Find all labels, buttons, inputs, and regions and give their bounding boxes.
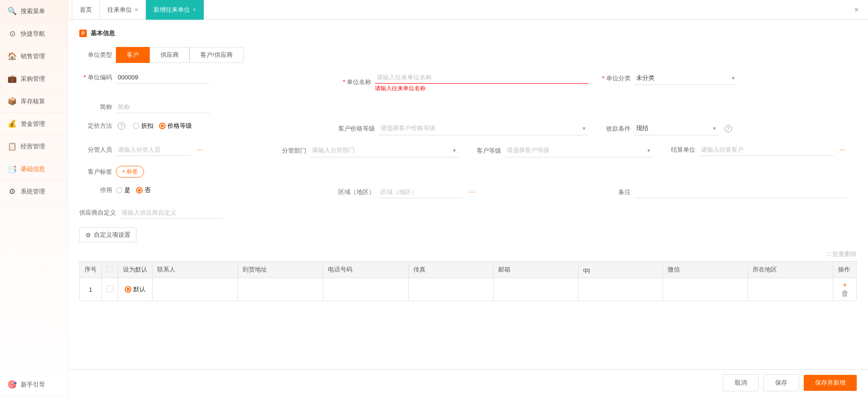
tab-new-partner-close[interactable]: × (193, 7, 196, 13)
type-btn-supplier[interactable]: 供应商 (150, 47, 190, 63)
sidebar-item-quick[interactable]: ⊙ 快捷导航 (0, 23, 68, 45)
unit-category-select[interactable]: 未分类 ▼ (634, 71, 738, 85)
col-seq: 序号 (80, 262, 102, 278)
customer-price-level-field: 客户价格等级 请选择客户价格等级 ▼ (338, 122, 597, 135)
row-qq[interactable] (578, 278, 662, 301)
unit-type-field: 单位类型 客户 供应商 客户/供应商 (79, 47, 857, 63)
remark-input[interactable] (634, 186, 847, 198)
pricing-radio-group: 折扣 价格等级 (133, 122, 192, 130)
email-input[interactable] (498, 286, 573, 293)
row-phone[interactable] (323, 278, 408, 301)
type-btn-both[interactable]: 客户/供应商 (190, 47, 244, 63)
bottom-bar: 取消 保存 保存并新增 (68, 369, 868, 396)
row-checkbox[interactable] (107, 286, 113, 292)
department-field: 分管部门 请输入分管部门 ▼ (274, 144, 468, 157)
address-input[interactable] (243, 286, 318, 293)
row-contact[interactable] (152, 278, 238, 301)
sidebar-item-basic[interactable]: 📑 基础信息 (0, 158, 68, 180)
pricing-discount-label: 折扣 (141, 122, 153, 130)
row-region[interactable] (747, 278, 833, 301)
add-tag-button[interactable]: + 标签 (116, 166, 144, 178)
batch-delete-button[interactable]: □ 批量删除 (79, 250, 857, 258)
purchase-icon: 💼 (8, 74, 17, 83)
disable-no-option[interactable]: 否 (136, 186, 151, 194)
tab-partners-close[interactable]: × (135, 7, 138, 13)
save-new-button[interactable]: 保存并新增 (804, 375, 857, 391)
qq-input[interactable] (583, 286, 658, 293)
customer-price-level-select[interactable]: 请选择客户价格等级 ▼ (379, 122, 588, 135)
pricing-level-option[interactable]: 价格等级 (159, 122, 192, 130)
sidebar-label-basic: 基础信息 (21, 165, 45, 173)
disable-no-label: 否 (145, 186, 151, 194)
manager-dots-button[interactable]: ··· (195, 146, 205, 154)
region-dots-button[interactable]: ··· (467, 188, 477, 196)
select-all-checkbox[interactable] (107, 266, 113, 272)
settlement-unit-input[interactable] (699, 144, 834, 156)
guide-icon: 🎯 (8, 380, 17, 389)
short-name-input[interactable] (116, 101, 210, 113)
remark-label: 备注 (598, 188, 631, 196)
row-fax[interactable] (409, 278, 494, 301)
phone-input[interactable] (328, 286, 404, 293)
row-address[interactable] (237, 278, 323, 301)
row-delete-button[interactable]: 🗑 (841, 289, 849, 298)
customer-level-arrow-icon: ▼ (647, 148, 651, 153)
sidebar-item-finance[interactable]: 💰 资金管理 (0, 113, 68, 135)
cancel-button[interactable]: 取消 (723, 374, 759, 391)
pricing-discount-option[interactable]: 折扣 (133, 122, 153, 130)
wechat-input[interactable] (668, 286, 743, 293)
unit-type-row: 单位类型 客户 供应商 客户/供应商 (79, 47, 857, 63)
sidebar-item-sales[interactable]: 🏠 销售管理 (0, 45, 68, 68)
col-phone: 电话号码 (323, 262, 408, 278)
sidebar-item-guide[interactable]: 🎯 新手引导 (0, 373, 68, 396)
sidebar-label-finance: 资金管理 (21, 120, 45, 128)
department-select[interactable]: 请输入分管部门 ▼ (310, 144, 458, 157)
sidebar-item-operations[interactable]: 📋 经营管理 (0, 135, 68, 158)
disable-no-radio (136, 187, 143, 194)
disable-yes-radio (116, 187, 122, 194)
chevron-down-icon3: ▼ (712, 126, 717, 131)
payment-terms-select[interactable]: 现结 ▼ (634, 122, 719, 135)
tab-home[interactable]: 首页 (72, 0, 100, 20)
disable-yes-option[interactable]: 是 (116, 186, 130, 194)
customer-tag-field: 客户标签 + 标签 (79, 166, 857, 178)
supplier-custom-label: 供应商自定义 (79, 209, 116, 217)
global-close-button[interactable]: × (849, 6, 864, 14)
region-input[interactable] (379, 186, 463, 198)
save-button[interactable]: 保存 (763, 374, 799, 391)
department-arrow-icon: ▼ (452, 148, 457, 153)
sidebar-item-system[interactable]: ⚙ 系统管理 (0, 180, 68, 203)
payment-terms-help-icon[interactable]: ? (724, 125, 732, 132)
custom-settings-button[interactable]: ⚙ 自定义项设置 (79, 227, 137, 242)
gear-icon: ⚙ (85, 232, 91, 239)
supplier-custom-input[interactable] (120, 207, 223, 219)
pricing-level-radio (159, 123, 166, 129)
col-wechat: 微信 (663, 262, 748, 278)
region-table-input[interactable] (753, 286, 828, 293)
batch-delete-icon: □ (827, 250, 831, 257)
settlement-dots-button[interactable]: ··· (838, 146, 847, 154)
short-name-label: 简称 (79, 103, 112, 111)
sidebar-item-purchase[interactable]: 💼 采购管理 (0, 68, 68, 90)
manager-input[interactable] (116, 144, 191, 156)
unit-name-field: 单位名称 请输入往来单位名称 (338, 71, 597, 93)
unit-name-input[interactable] (375, 71, 588, 84)
row-wechat[interactable] (663, 278, 748, 301)
row-default-option[interactable]: 默认 (123, 285, 147, 294)
tab-partners[interactable]: 往来单位 × (100, 0, 146, 20)
col-region: 所在地区 (747, 262, 833, 278)
type-btn-customer[interactable]: 客户 (116, 47, 150, 63)
customer-level-select[interactable]: 请选择客户等级 ▼ (505, 144, 653, 157)
tab-new-partner[interactable]: 新增往来单位 × (146, 0, 204, 20)
row-checkbox-cell (102, 278, 118, 301)
sidebar-item-inventory[interactable]: 📦 库存核算 (0, 90, 68, 113)
unit-code-input[interactable] (116, 71, 210, 84)
row-email[interactable] (494, 278, 579, 301)
contact-input[interactable] (157, 286, 233, 293)
pricing-help-icon[interactable]: ? (118, 122, 125, 130)
chevron-down-icon2: ▼ (582, 126, 586, 131)
row-add-button[interactable]: + (843, 281, 847, 289)
row-action-cell: + 🗑 (833, 278, 857, 301)
sidebar-item-search[interactable]: 🔍 搜索菜单 (0, 0, 68, 23)
fax-input[interactable] (413, 286, 488, 293)
